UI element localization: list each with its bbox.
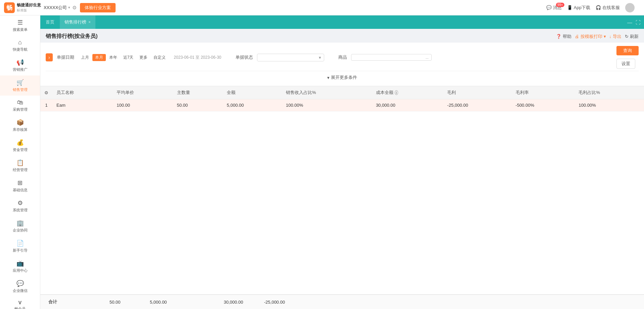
col-sales-pct: 销售收入占比% xyxy=(282,86,372,99)
col-cost: 成本全额 i xyxy=(372,86,443,99)
top-bar: 畅 畅捷通好生意 标准版 XXXXX公司 ▾ ⚙ 体验行业方案 💬 消息 99+… xyxy=(0,0,644,15)
refresh-button[interactable]: ↻ 刷新 xyxy=(625,34,639,40)
online-service-button[interactable]: 🎧 在线客服 xyxy=(596,5,620,11)
footer-qty-val: 50.00 xyxy=(105,298,132,306)
col-amount: 全额 xyxy=(223,86,282,99)
goods-filter[interactable]: ... xyxy=(351,54,432,61)
sidebar-item-collab-label: 企业协同 xyxy=(13,228,28,233)
tab-minimize-icon[interactable]: — xyxy=(627,19,632,25)
sidebar-item-quick-nav-label: 快捷导航 xyxy=(13,47,28,52)
sidebar-item-guide[interactable]: 📄 新手引导 xyxy=(0,236,40,256)
content-inner: 销售排行榜(按业务员) ❓ 帮助 🖨 按模板打印 ▾ ↓ xyxy=(40,29,644,309)
row-rank: 1 xyxy=(40,99,52,111)
date-tab-this-month[interactable]: 本月 xyxy=(92,54,106,61)
message-button[interactable]: 💬 消息 99+ xyxy=(546,5,562,11)
footer-total-label: 合计 xyxy=(44,298,61,306)
row-sales-pct: 100.00% xyxy=(282,99,372,111)
top-bar-right: 💬 消息 99+ 📱 App下载 🎧 在线客服 xyxy=(546,3,640,12)
sidebar-item-sales[interactable]: 🛒 销售管理 xyxy=(0,75,40,96)
date-tabs: 上月 本月 本年 近7天 更多 自定义 xyxy=(78,54,169,61)
tab-maximize-icon[interactable]: ⛶ xyxy=(636,19,641,25)
sidebar-item-finance-label: 资金管理 xyxy=(13,147,28,152)
sidebar-item-search[interactable]: ☰ 搜索菜单 xyxy=(0,15,40,36)
page-title: 销售排行榜(按业务员) xyxy=(46,33,98,40)
col-employee-name: 员工名称 xyxy=(52,86,113,99)
sidebar-item-collab[interactable]: 🏢 企业协同 xyxy=(0,216,40,236)
export-button[interactable]: ↓ 导出 xyxy=(609,34,622,40)
date-range-text: 2023-06-01 至 2023-06-30 xyxy=(174,55,221,60)
sales-icon: 🛒 xyxy=(16,79,24,86)
footer-amount-val: 5,000.00 xyxy=(146,298,186,306)
date-tab-custom[interactable]: 自定义 xyxy=(151,54,168,61)
avatar[interactable] xyxy=(625,3,635,12)
filter-row-1: › 单据日期 上月 本月 本年 近7天 更多 自定义 2023-06-01 至 … xyxy=(46,46,639,69)
print-button[interactable]: 🖨 按模板打印 ▾ xyxy=(575,34,606,40)
status-filter-label: 单据状态 xyxy=(235,54,253,60)
tab-bar: 首页 销售排行榜 × — ⛶ xyxy=(40,15,644,29)
data-table: ⚙ 员工名称 平均单价 主数量 全额 销售收入占比% 成本全额 i 毛利 毛利率… xyxy=(40,86,644,111)
export-label: 导出 xyxy=(613,34,621,40)
sidebar-item-finance[interactable]: 💰 资金管理 xyxy=(0,136,40,156)
member-icon: V xyxy=(18,300,22,305)
app-center-icon: 📺 xyxy=(16,260,24,267)
headset-icon: 🎧 xyxy=(596,5,601,10)
footer-gross-val: -25,000.00 xyxy=(260,298,300,306)
query-button[interactable]: 查询 xyxy=(616,46,639,55)
sidebar-item-sales-label: 销售管理 xyxy=(13,87,28,92)
sidebar-item-marketing-label: 营销推广 xyxy=(13,67,28,72)
tab-home-label: 首页 xyxy=(46,19,54,25)
date-tab-this-year[interactable]: 本年 xyxy=(106,54,120,61)
help-button[interactable]: ❓ 帮助 xyxy=(556,34,571,40)
page-actions: ❓ 帮助 🖨 按模板打印 ▾ ↓ 导出 ↻ xyxy=(556,34,639,40)
row-employee-name: Eam xyxy=(52,99,113,111)
sidebar-item-member[interactable]: V 畅会员 xyxy=(0,297,40,309)
date-tab-7days[interactable]: 近7天 xyxy=(121,54,136,61)
sidebar-item-wechat-label: 企业微信 xyxy=(13,288,28,293)
setting-button[interactable]: 设置 xyxy=(616,59,635,69)
tab-close-icon[interactable]: × xyxy=(88,20,91,24)
tab-home[interactable]: 首页 xyxy=(40,15,60,29)
col-settings[interactable]: ⚙ xyxy=(40,86,52,99)
sidebar-item-app-center[interactable]: 📺 应用中心 xyxy=(0,256,40,276)
page-header: 销售排行榜(按业务员) ❓ 帮助 🖨 按模板打印 ▾ ↓ xyxy=(40,29,644,43)
message-icon: 💬 xyxy=(546,5,552,10)
logo-text: 畅捷通好生意 标准版 xyxy=(17,2,41,13)
sidebar-item-operation[interactable]: 📋 经营管理 xyxy=(0,156,40,176)
logo-icon: 畅 xyxy=(4,2,15,13)
app-download-button[interactable]: 📱 App下载 xyxy=(567,5,590,11)
table-footer: 合计 50.00 5,000.00 30,000.00 -25,000.00 xyxy=(40,294,644,309)
operation-icon: 📋 xyxy=(16,159,24,166)
finance-icon: 💰 xyxy=(16,139,24,146)
sidebar-item-marketing[interactable]: 📢 营销推广 xyxy=(0,55,40,75)
date-tab-more[interactable]: 更多 xyxy=(137,54,150,61)
expand-more-button[interactable]: ▾ 展开更多条件 xyxy=(46,72,639,83)
marketing-icon: 📢 xyxy=(16,59,24,66)
company-selector[interactable]: XXXXX公司 ▾ xyxy=(44,5,70,11)
filter-expand-arrow[interactable]: › xyxy=(46,53,53,61)
try-industry-button[interactable]: 体验行业方案 xyxy=(80,3,116,12)
search-menu-icon: ☰ xyxy=(17,19,23,26)
sidebar-item-operation-label: 经营管理 xyxy=(13,167,28,172)
logo-title: 畅捷通好生意 xyxy=(17,2,41,8)
print-icon: 🖨 xyxy=(575,34,579,39)
status-select[interactable]: ▾ xyxy=(257,54,324,61)
sidebar-item-system-label: 系统管理 xyxy=(13,208,28,213)
wechat-icon: 💬 xyxy=(16,280,24,287)
app-download-label: App下载 xyxy=(574,5,590,11)
sidebar-item-system[interactable]: ⚙ 系统管理 xyxy=(0,196,40,216)
row-qty: 50.00 xyxy=(173,99,223,111)
collab-icon: 🏢 xyxy=(16,219,24,227)
sidebar-item-wechat[interactable]: 💬 企业微信 xyxy=(0,276,40,297)
company-name: XXXXX公司 xyxy=(44,5,67,11)
tab-sales-ranking[interactable]: 销售排行榜 × xyxy=(60,15,95,29)
goods-filter-label: 商品 xyxy=(338,54,347,60)
sidebar-item-quick-nav[interactable]: ⌂ 快捷导航 xyxy=(0,36,40,55)
inventory-icon: 📦 xyxy=(16,119,24,126)
online-service-label: 在线客服 xyxy=(602,5,620,11)
sidebar-item-basic[interactable]: ⊞ 基础信息 xyxy=(0,176,40,196)
settings-icon[interactable]: ⚙ xyxy=(72,5,77,11)
main-area: ☰ 搜索菜单 ⌂ 快捷导航 📢 营销推广 🛒 销售管理 🛍 采购管理 📦 库 xyxy=(0,15,644,309)
sidebar-item-purchase[interactable]: 🛍 采购管理 xyxy=(0,96,40,115)
date-tab-last-month[interactable]: 上月 xyxy=(78,54,92,61)
sidebar-item-inventory[interactable]: 📦 库存核算 xyxy=(0,115,40,136)
